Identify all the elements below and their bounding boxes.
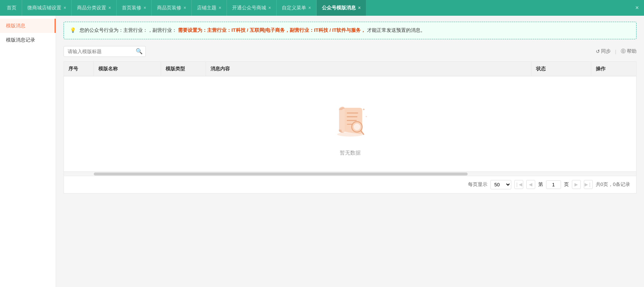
content-area: 💡 您的公众号行业为：主营行业：，副营行业： 需要设置为：主营行业：IT科技 /… (56, 16, 644, 287)
col-status: 状态 (531, 62, 591, 76)
main-layout: 模版消息 模版消息记录 💡 您的公众号行业为：主营行业：，副营行业： 需要设置为… (0, 16, 644, 287)
page-input[interactable]: 1 (546, 180, 561, 189)
scrollbar-thumb[interactable] (94, 172, 468, 175)
col-index: 序号 (64, 62, 94, 76)
sync-icon: ↺ (596, 49, 600, 54)
col-action: 操作 (591, 62, 636, 76)
notice-suffix: 才能正常发送预置的消息。 (367, 27, 425, 33)
page-label: 第 (538, 181, 543, 188)
tab-open-store-label: 开通公众号商城 (232, 4, 266, 11)
horizontal-scrollbar[interactable] (64, 171, 636, 176)
tab-product-cat-close[interactable]: × (108, 5, 111, 10)
tab-open-store[interactable]: 开通公众号商城 × (227, 0, 277, 16)
sidebar-item-template-message-log-label: 模版消息记录 (6, 37, 35, 43)
tab-micro-store[interactable]: 微商城店铺设置 × (22, 0, 72, 16)
empty-state: ✦ ✦ 暂无数据 (64, 76, 636, 171)
tab-bar: 首页 微商城店铺设置 × 商品分类设置 × 首页装修 × 商品页装修 × 店铺主… (0, 0, 644, 16)
search-bar: 🔍 ↺ 同步 | ⓪ 帮助 (64, 46, 637, 57)
search-input-wrap: 🔍 (64, 46, 146, 57)
notice-prefix: 您的公众号行业为：主营行业：，副营行业： (80, 27, 177, 33)
tab-custom-menu-label: 自定义菜单 (282, 4, 306, 11)
tab-product-cat-label: 商品分类设置 (77, 4, 106, 11)
sidebar: 模版消息 模版消息记录 (0, 16, 56, 287)
svg-text:✦: ✦ (362, 107, 365, 112)
tab-product-cat[interactable]: 商品分类设置 × (72, 0, 117, 16)
table-header: 序号 模版名称 模版类型 消息内容 状态 操作 (64, 62, 636, 76)
col-type: 模版类型 (161, 62, 206, 76)
search-button[interactable]: 🔍 (136, 48, 143, 55)
notice-icon: 💡 (70, 27, 76, 33)
tab-home-decor-label: 首页装修 (122, 4, 141, 11)
tab-micro-store-close[interactable]: × (64, 5, 66, 10)
page-total: 共0页，0条记录 (596, 181, 630, 188)
tab-product-decor-close[interactable]: × (184, 5, 186, 10)
empty-illustration: ✦ ✦ (328, 99, 373, 144)
page-size-label: 每页显示 (468, 181, 487, 188)
last-page-button[interactable]: ▶❘ (584, 180, 593, 189)
tab-home-decor-close[interactable]: × (144, 5, 146, 10)
search-actions: ↺ 同步 | ⓪ 帮助 (596, 48, 637, 55)
next-page-button[interactable]: ▶ (572, 180, 581, 189)
page-unit: 页 (564, 181, 569, 188)
close-all-button[interactable]: × (632, 4, 643, 11)
tab-home[interactable]: 首页 (1, 0, 22, 16)
tab-template-msg-label: 公众号模版消息 (322, 4, 356, 11)
tab-home-decor[interactable]: 首页装修 × (117, 0, 152, 16)
tab-template-msg[interactable]: 公众号模版消息 × (317, 0, 366, 16)
svg-point-6 (354, 123, 360, 130)
tab-open-store-close[interactable]: × (268, 5, 271, 10)
tab-store-theme-close[interactable]: × (219, 5, 221, 10)
prev-page-button[interactable]: ◀ (526, 180, 535, 189)
sync-label: 同步 (601, 48, 611, 55)
toolbar-divider: | (615, 49, 616, 54)
col-content: 消息内容 (206, 62, 531, 76)
tab-custom-menu-close[interactable]: × (308, 5, 311, 10)
help-button[interactable]: ⓪ 帮助 (621, 48, 637, 55)
empty-text: 暂无数据 (340, 150, 361, 156)
tab-template-msg-close[interactable]: × (358, 5, 361, 10)
tab-store-theme-label: 店铺主题 (197, 4, 216, 11)
col-name: 模版名称 (94, 62, 161, 76)
page-size-select[interactable]: 50 10 20 100 (490, 180, 511, 189)
help-label: 帮助 (627, 48, 637, 55)
tab-custom-menu[interactable]: 自定义菜单 × (277, 0, 317, 16)
sidebar-item-template-message[interactable]: 模版消息 (0, 19, 56, 33)
tab-micro-store-label: 微商城店铺设置 (27, 4, 61, 11)
help-icon: ⓪ (621, 48, 626, 55)
svg-text:✦: ✦ (365, 115, 367, 118)
tab-product-decor[interactable]: 商品页装修 × (152, 0, 192, 16)
sidebar-item-template-message-label: 模版消息 (6, 23, 25, 28)
notice-highlight: 需要设置为：主营行业：IT科技 / 互联网|电子商务，副营行业：IT科技 / I… (178, 27, 366, 33)
tab-store-theme[interactable]: 店铺主题 × (192, 0, 227, 16)
first-page-button[interactable]: ❘◀ (514, 180, 523, 189)
tab-home-label: 首页 (7, 4, 16, 11)
tab-product-decor-label: 商品页装修 (157, 4, 181, 11)
pagination: 每页显示 50 10 20 100 ❘◀ ◀ 第 1 页 ▶ ▶❘ 共0页，0条… (64, 176, 636, 193)
sidebar-item-template-message-log[interactable]: 模版消息记录 (0, 33, 56, 47)
sync-button[interactable]: ↺ 同步 (596, 48, 611, 55)
notice-box: 💡 您的公众号行业为：主营行业：，副营行业： 需要设置为：主营行业：IT科技 /… (64, 22, 637, 39)
search-input[interactable] (64, 46, 146, 57)
data-table: 序号 模版名称 模版类型 消息内容 状态 操作 (64, 61, 637, 193)
